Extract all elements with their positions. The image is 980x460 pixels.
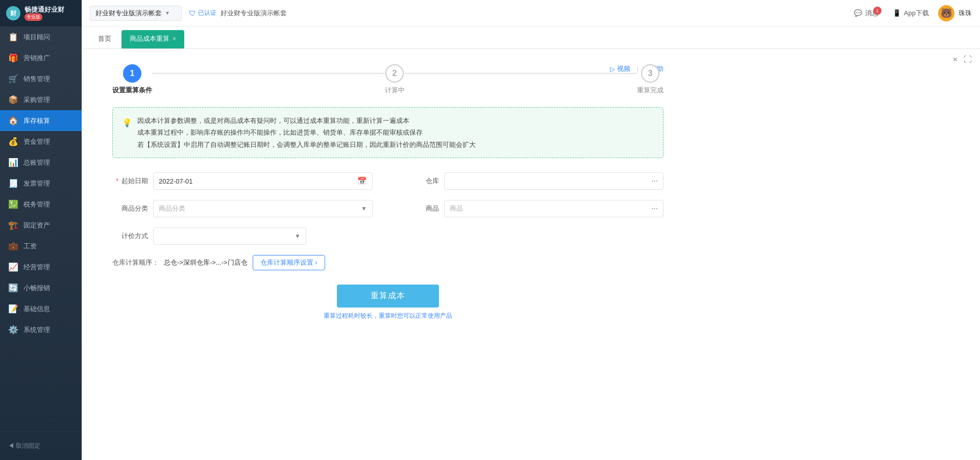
inventory-icon: 🏠 <box>8 116 18 125</box>
sidebar-item-label: 工资 <box>23 242 37 251</box>
sidebar-item-label: 采购管理 <box>23 95 50 105</box>
sidebar-item-label: 资金管理 <box>23 137 50 146</box>
pricing-row: 计价方式 ▼ <box>112 227 664 245</box>
username-label: 珠珠 <box>959 9 972 18</box>
warehouse-more-icon[interactable]: ··· <box>651 176 658 186</box>
info-line-2: 成本重算过程中，影响库存账的操作均不能操作，比如进货单、销货单、库存单据不能审核… <box>137 126 476 138</box>
sidebar-item-system[interactable]: ⚙️ 系统管理 <box>0 319 82 340</box>
sidebar-edition-badge: 专业版 <box>24 13 42 21</box>
sidebar-item-label: 小畅报销 <box>23 284 50 293</box>
sidebar-item-marketing[interactable]: 🎁 营销推广 <box>0 47 82 68</box>
user-profile[interactable]: 🐻 珠珠 <box>938 5 972 21</box>
sidebar-item-expense[interactable]: 🔄 小畅报销 <box>0 277 82 298</box>
info-icon: 💡 <box>122 116 132 150</box>
goods-input[interactable]: 商品 ··· <box>444 200 664 217</box>
sidebar-item-fixedasset[interactable]: 🏗️ 固定资产 <box>0 215 82 236</box>
invoice-icon: 🧾 <box>8 178 18 188</box>
app-download-button[interactable]: 📱 App下载 <box>888 6 934 21</box>
cert-badge: 🛡 已认证 <box>189 9 216 17</box>
sidebar-item-salary[interactable]: 💼 工资 <box>0 236 82 257</box>
calc-order-label: 仓库计算顺序： <box>112 258 159 267</box>
step-3: 3 重算完成 <box>637 64 664 95</box>
warehouse-row: 仓库 ··· <box>403 172 664 190</box>
cancel-fixed-label: ◀ 取消固定 <box>8 442 40 450</box>
sidebar-item-project[interactable]: 📋 项目顾问 <box>0 27 82 47</box>
video-label: 视频 <box>617 64 630 73</box>
recalc-button[interactable]: 重算成本 <box>337 285 439 308</box>
category-select[interactable]: 商品分类 ▼ <box>153 200 373 217</box>
calc-order-row: 仓库计算顺序： 总仓->深圳仓库->...->门店仓 仓库计算顺序设置 › <box>112 255 664 270</box>
goods-more-icon[interactable]: ··· <box>651 204 658 213</box>
warehouse-input[interactable]: ··· <box>444 172 664 190</box>
basic-icon: 📝 <box>8 304 18 314</box>
account-selector[interactable]: 好业财专业版演示帐套 ▼ <box>90 6 182 21</box>
category-row: 商品分类 商品分类 ▼ <box>112 200 373 217</box>
step-3-num: 3 <box>648 69 653 78</box>
sidebar-item-label: 基础信息 <box>23 304 50 314</box>
sidebar-item-label: 销售管理 <box>23 74 50 84</box>
sidebar-item-label: 营销推广 <box>23 54 50 63</box>
tab-bar: 首页 商品成本重算 × <box>82 27 980 49</box>
operation-icon: 📈 <box>8 262 18 272</box>
required-star: * <box>116 177 118 185</box>
sidebar-item-label: 税务管理 <box>23 200 50 209</box>
calendar-icon[interactable]: 📅 <box>357 176 367 186</box>
window-controls: × ⛶ <box>953 55 972 64</box>
sidebar-item-operation[interactable]: 📈 经营管理 <box>0 257 82 277</box>
cert-label: 已认证 <box>198 9 216 17</box>
pricing-select[interactable]: ▼ <box>153 227 306 245</box>
info-box: 💡 因成本计算参数调整，或是对商品成本有疑问时，可以通过成本重算功能，重新计算一… <box>112 107 664 158</box>
goods-row: 商品 商品 ··· <box>403 200 664 217</box>
step-connector-2 <box>405 73 638 74</box>
step-1-circle: 1 <box>123 64 141 83</box>
video-link[interactable]: ▷ 视频 <box>610 64 630 73</box>
marketing-icon: 🎁 <box>8 53 18 63</box>
cert-account-name: 好业财专业版演示帐套 <box>220 9 287 18</box>
recalc-btn-label: 重算成本 <box>371 291 405 300</box>
main-area: 好业财专业版演示帐套 ▼ 🛡 已认证 好业财专业版演示帐套 💬 消息 1 📱 A… <box>82 0 980 460</box>
sidebar-item-accounting[interactable]: 📊 总账管理 <box>0 152 82 173</box>
accounting-icon: 📊 <box>8 158 18 167</box>
sidebar-item-basic[interactable]: 📝 基础信息 <box>0 298 82 319</box>
sidebar-item-tax[interactable]: 💹 税务管理 <box>0 194 82 215</box>
warehouse-label: 仓库 <box>403 176 439 186</box>
sidebar: 财 畅捷通好业财 专业版 📋 项目顾问 🎁 营销推广 🛒 销售管理 📦 采购管理… <box>0 0 82 460</box>
sidebar-item-sales[interactable]: 🛒 销售管理 <box>0 68 82 89</box>
message-icon: 💬 <box>854 9 862 17</box>
calc-order-btn-label: 仓库计算顺序设置 › <box>260 258 317 267</box>
sidebar-nav: 📋 项目顾问 🎁 营销推广 🛒 销售管理 📦 采购管理 🏠 库存核算 💰 资金管… <box>0 27 82 431</box>
info-line-3: 若【系统设置】中启用了自动调整记账日期时，会调整入库单的整单记账日期，因此重新计… <box>137 139 476 150</box>
pricing-chevron-icon: ▼ <box>295 233 301 240</box>
sidebar-item-label: 经营管理 <box>23 263 50 272</box>
sales-icon: 🛒 <box>8 74 18 84</box>
purchase-icon: 📦 <box>8 95 18 105</box>
start-date-input[interactable]: 2022-07-01 📅 <box>153 172 373 190</box>
tab-recalc[interactable]: 商品成本重算 × <box>121 30 184 48</box>
expand-button[interactable]: ⛶ <box>964 55 972 64</box>
tab-home[interactable]: 首页 <box>90 30 119 48</box>
sidebar-item-label: 库存核算 <box>23 116 50 125</box>
sidebar-item-purchase[interactable]: 📦 采购管理 <box>0 89 82 110</box>
calc-order-value: 总仓->深圳仓库->...->门店仓 <box>164 258 248 267</box>
shield-icon: 🛡 <box>189 9 196 17</box>
category-chevron-icon: ▼ <box>361 205 367 212</box>
tab-close-icon[interactable]: × <box>173 35 176 42</box>
account-name: 好业财专业版演示帐套 <box>95 9 162 18</box>
sidebar-item-finance[interactable]: 💰 资金管理 <box>0 131 82 152</box>
step-1: 1 设置重算条件 <box>112 64 152 95</box>
sidebar-cancel-fixed[interactable]: ◀ 取消固定 <box>0 437 82 455</box>
goods-placeholder: 商品 <box>450 204 463 213</box>
sidebar-item-label: 项目顾问 <box>23 33 50 42</box>
topbar: 好业财专业版演示帐套 ▼ 🛡 已认证 好业财专业版演示帐套 💬 消息 1 📱 A… <box>82 0 980 27</box>
sidebar-title-wrap: 畅捷通好业财 专业版 <box>24 6 64 21</box>
sidebar-item-invoice[interactable]: 🧾 发票管理 <box>0 173 82 194</box>
close-button[interactable]: × <box>953 55 958 64</box>
category-placeholder: 商品分类 <box>159 204 185 213</box>
tab-home-label: 首页 <box>98 34 111 43</box>
message-button[interactable]: 💬 消息 1 <box>849 6 884 21</box>
sidebar-item-inventory[interactable]: 🏠 库存核算 <box>0 110 82 131</box>
content-area: × ⛶ ▷ 视频 | ? 帮助 1 <box>82 49 980 460</box>
expense-icon: 🔄 <box>8 283 18 293</box>
step-2-label: 计算中 <box>385 86 405 95</box>
calc-order-settings-button[interactable]: 仓库计算顺序设置 › <box>253 255 325 270</box>
